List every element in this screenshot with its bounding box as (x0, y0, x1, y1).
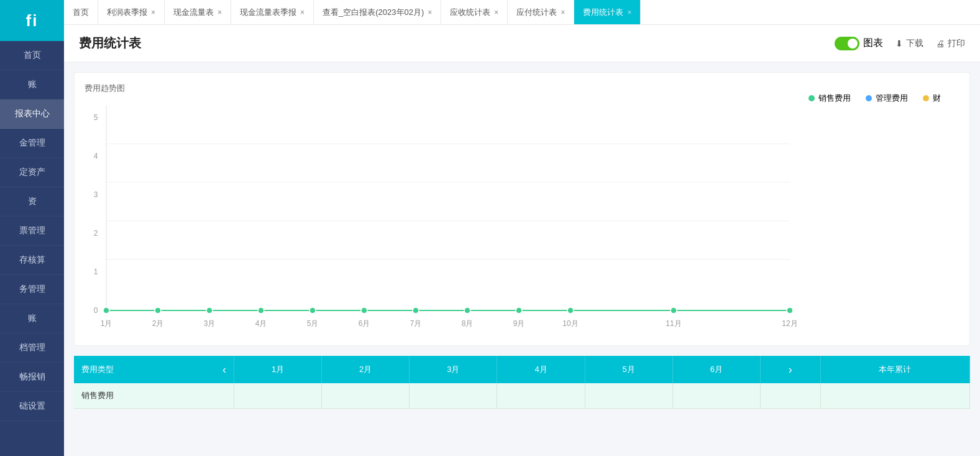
svg-text:9月: 9月 (513, 319, 525, 328)
table-row: 销售费用 (74, 383, 970, 408)
tab-view-blank-report-close[interactable]: × (428, 8, 432, 17)
tab-view-blank-report[interactable]: 查看_空白报表(2023年02月) × (314, 0, 441, 25)
sidebar-item-report-center[interactable]: 报表中心 (0, 100, 64, 129)
tab-cash-flow-quarterly-label: 现金流量表季报 (240, 7, 296, 18)
row-m4 (497, 383, 585, 408)
tab-receivable-stats-close[interactable]: × (494, 8, 498, 17)
sidebar-item-invoice-mgmt[interactable]: 票管理 (0, 216, 64, 246)
app-logo: fi (0, 0, 64, 41)
tab-receivable-stats-label: 应收统计表 (450, 7, 490, 18)
row-m6 (672, 383, 760, 408)
svg-text:6月: 6月 (359, 319, 370, 328)
tab-cash-flow-quarterly-close[interactable]: × (300, 8, 305, 17)
col-type-label: 费用类型 (81, 364, 114, 375)
row-ytd (820, 383, 969, 408)
col-m1-header: 1月 (234, 356, 321, 383)
svg-text:8月: 8月 (462, 319, 474, 328)
tab-profit-quarterly-close[interactable]: × (151, 8, 155, 17)
svg-text:11月: 11月 (666, 319, 681, 328)
download-button[interactable]: ⬇ 下载 (895, 38, 923, 49)
tab-payable-stats[interactable]: 应付统计表 × (508, 0, 574, 25)
chart-section: 费用趋势图 销售费用 管理费用 财 (74, 72, 970, 346)
svg-point-16 (258, 307, 264, 314)
svg-point-24 (787, 307, 793, 314)
svg-text:1: 1 (94, 268, 98, 276)
svg-text:2: 2 (94, 229, 98, 238)
next-arrow-cell[interactable]: › (760, 356, 820, 383)
tab-cash-flow-close[interactable]: × (218, 8, 222, 17)
svg-text:4: 4 (94, 152, 98, 161)
svg-rect-6 (106, 105, 790, 310)
svg-text:3: 3 (94, 190, 98, 199)
tab-profit-quarterly-label: 利润表季报 (107, 7, 147, 18)
sidebar-item-archive-mgmt[interactable]: 档管理 (0, 333, 64, 363)
tab-home[interactable]: 首页 (64, 0, 98, 25)
tab-payable-stats-label: 应付统计表 (516, 7, 557, 18)
page-header: 费用统计表 图表 ⬇ 下载 🖨 打印 (64, 25, 980, 62)
svg-text:3月: 3月 (204, 319, 216, 328)
row-type: 销售费用 (74, 383, 234, 408)
tab-expense-stats-label: 费用统计表 (583, 7, 623, 18)
download-label: 下载 (906, 38, 923, 49)
tab-view-blank-report-label: 查看_空白报表(2023年02月) (323, 7, 424, 18)
svg-point-20 (464, 307, 470, 314)
tab-cash-flow-label: 现金流量表 (173, 7, 214, 18)
chart-toggle-label: 图表 (863, 37, 883, 50)
data-table: 费用类型 ‹ 1月 2月 3月 4月 5月 6月 › 本年累计 (74, 356, 970, 409)
tab-profit-quarterly[interactable]: 利润表季报 × (98, 0, 165, 25)
tab-expense-stats-close[interactable]: × (627, 8, 631, 17)
sidebar-item-inventory[interactable]: 存核算 (0, 246, 64, 275)
tab-cash-flow[interactable]: 现金流量表 × (165, 0, 231, 25)
tab-payable-stats-close[interactable]: × (561, 8, 565, 17)
svg-text:1月: 1月 (101, 319, 112, 328)
tab-cash-flow-quarterly[interactable]: 现金流量表季报 × (231, 0, 314, 25)
sidebar-item-ledger[interactable]: 账 (0, 304, 64, 333)
col-type-header: 费用类型 ‹ (74, 356, 234, 383)
sidebar-item-fund-mgmt[interactable]: 金管理 (0, 129, 64, 158)
row-m2 (322, 383, 410, 408)
sidebar-item-service-mgmt[interactable]: 务管理 (0, 275, 64, 304)
chart-toggle[interactable] (835, 37, 859, 50)
table-section: 费用类型 ‹ 1月 2月 3月 4月 5月 6月 › 本年累计 (74, 356, 970, 409)
svg-point-23 (671, 307, 677, 314)
svg-point-14 (155, 307, 161, 314)
tab-receivable-stats[interactable]: 应收统计表 × (441, 0, 508, 25)
svg-text:0: 0 (94, 306, 98, 315)
sidebar-item-basic-settings[interactable]: 础设置 (0, 392, 64, 421)
prev-arrow[interactable]: ‹ (222, 363, 226, 376)
row-m5 (585, 383, 672, 408)
tab-expense-stats[interactable]: 费用统计表 × (574, 0, 641, 25)
col-ytd-header: 本年累计 (820, 356, 969, 383)
chart-svg: 0 1 2 3 4 5 (85, 99, 959, 335)
sidebar-item-account[interactable]: 账 (0, 70, 64, 100)
print-label: 打印 (948, 38, 965, 49)
svg-text:7月: 7月 (410, 319, 422, 328)
print-button[interactable]: 🖨 打印 (936, 38, 965, 49)
page-title: 费用统计表 (79, 35, 141, 52)
col-m2-header: 2月 (322, 356, 410, 383)
download-icon: ⬇ (895, 39, 903, 49)
tab-home-label: 首页 (73, 7, 89, 18)
tab-bar: 首页 利润表季报 × 现金流量表 × 现金流量表季报 × 查看_空白报表(202… (64, 0, 980, 25)
svg-text:10月: 10月 (562, 319, 578, 328)
page-content: 费用统计表 图表 ⬇ 下载 🖨 打印 费用趋势图 (64, 25, 980, 456)
row-m1 (234, 383, 321, 408)
svg-point-22 (567, 307, 574, 314)
sidebar-item-home[interactable]: 首页 (0, 41, 64, 70)
header-actions: 图表 ⬇ 下载 🖨 打印 (835, 37, 965, 50)
svg-text:4月: 4月 (255, 319, 267, 328)
col-m3-header: 3月 (410, 356, 497, 383)
sidebar-item-investment[interactable]: 资 (0, 187, 64, 216)
main-area: 首页 利润表季报 × 现金流量表 × 现金流量表季报 × 查看_空白报表(202… (64, 0, 980, 456)
col-m5-header: 5月 (585, 356, 672, 383)
svg-text:5月: 5月 (307, 319, 319, 328)
sidebar-item-fixed-assets[interactable]: 定资产 (0, 158, 64, 187)
print-icon: 🖨 (936, 39, 945, 49)
svg-text:2月: 2月 (152, 319, 164, 328)
svg-point-17 (309, 307, 316, 314)
svg-point-13 (103, 307, 109, 314)
svg-point-19 (413, 307, 419, 314)
chart-toggle-wrap: 图表 (835, 37, 883, 50)
sidebar-item-expense-reimb[interactable]: 畅报销 (0, 363, 64, 392)
svg-point-18 (361, 307, 367, 314)
